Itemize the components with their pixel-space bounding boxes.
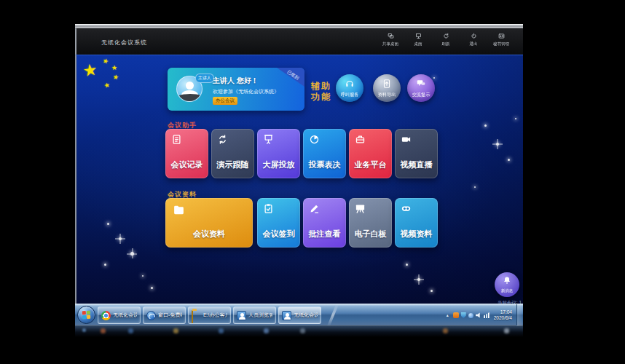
refresh-button[interactable]: 刷新	[434, 33, 457, 47]
taskbar-button-explorer[interactable]: E:\办公客户端...	[188, 306, 231, 324]
tile-label: 电子白板	[349, 229, 392, 240]
chat-tips-button[interactable]: 交流提示	[407, 74, 435, 102]
secretary-manage-button[interactable]: 秘书管理	[490, 33, 513, 47]
taskbar-gloss	[327, 304, 339, 326]
tile-annotation-view[interactable]: 批注查看	[303, 198, 346, 248]
sparkle	[130, 252, 134, 256]
tile-meeting-record[interactable]: 会议记录	[165, 129, 208, 178]
system-tray: ▲ 17:04 2020/6/4	[444, 304, 523, 326]
greeting-title: 主讲人 您好！	[213, 76, 259, 86]
meeting-tag: 办公会议	[213, 97, 237, 105]
tile-video-files[interactable]: 视频资料	[395, 198, 438, 248]
windows-logo-icon	[82, 311, 91, 320]
new-message-label: 新消息	[496, 288, 519, 293]
tile-whiteboard[interactable]: 电子白板	[349, 198, 392, 248]
bell-icon	[503, 276, 511, 285]
blue-app-icon	[146, 311, 156, 320]
app-title: 无纸化会议系统	[101, 39, 147, 47]
tile-screen-cast[interactable]: 大屏投放	[257, 129, 300, 178]
sparkle	[107, 223, 109, 225]
app-titlebar: 无纸化会议系统 共享桌面 桌面 刷新 退出	[75, 28, 523, 55]
sparkle	[406, 264, 408, 266]
flag-star-small: ★	[112, 73, 119, 81]
greeting-subtitle: 欢迎参加《无纸化会议系统》	[213, 88, 279, 95]
sparkle	[484, 124, 487, 127]
share-desktop-button[interactable]: 共享桌面	[379, 33, 402, 47]
refresh-label: 刷新	[441, 41, 449, 47]
tile-label: 批注查看	[303, 229, 346, 240]
call-service-button[interactable]: 呼叫服务	[336, 74, 363, 102]
sparkle	[433, 77, 435, 79]
hidden-icons-button[interactable]: ▲	[444, 311, 451, 320]
tile-sign-in[interactable]: 会议签到	[257, 198, 300, 248]
desktop-icon	[415, 33, 422, 39]
taskbar-button-meeting[interactable]: 无纸化会议	[278, 306, 321, 324]
tile-video-live[interactable]: 视频直播	[395, 129, 438, 178]
sparkle	[496, 143, 499, 146]
briefcase-icon	[355, 134, 366, 145]
tile-meeting-files[interactable]: 会议资料	[165, 198, 253, 248]
id-card-icon	[498, 33, 505, 39]
tile-label: 演示跟随	[211, 159, 254, 170]
desktop-button[interactable]: 桌面	[406, 33, 430, 47]
data-export-button[interactable]: 资料导出	[373, 74, 401, 102]
vr-goggles-icon	[401, 203, 412, 214]
chrome-icon	[101, 311, 111, 320]
start-button[interactable]	[77, 306, 95, 324]
clipboard-check-icon	[263, 203, 274, 214]
pencil-icon	[309, 203, 320, 214]
chat-tips-label: 交流提示	[408, 92, 434, 98]
avatar-suit	[176, 94, 203, 102]
main-content: ★ ★ ★ ★ ★ 已签到	[75, 55, 523, 304]
person-icon	[282, 311, 291, 320]
stage: 无纸化会议系统 共享桌面 桌面 刷新 退出	[0, 0, 625, 364]
taskbar-button-personnel[interactable]: 人员浏览管理	[233, 306, 276, 324]
clock[interactable]: 17:04 2020/6/4	[494, 309, 512, 321]
tile-business-platform[interactable]: 业务平台	[349, 129, 392, 178]
aux-functions-label: 辅助功能	[311, 81, 331, 103]
taskbar-button-label: E:\办公客户端...	[203, 312, 227, 319]
titlebar-actions: 共享桌面 桌面 刷新 退出 秘书管理	[379, 33, 513, 47]
sparkle	[508, 159, 510, 161]
sparkle	[417, 278, 420, 281]
chat-bubbles-icon	[416, 79, 426, 89]
exit-label: 退出	[469, 41, 477, 47]
data-export-label: 资料导出	[374, 92, 400, 98]
tile-vote[interactable]: 投票表决	[303, 129, 346, 178]
security-shield-icon[interactable]	[461, 312, 466, 318]
tile-label: 业务平台	[349, 159, 392, 170]
share-desktop-label: 共享桌面	[382, 41, 398, 47]
taskbar-button-label: 无纸化会议系...	[113, 312, 137, 319]
taskbar-reflection	[75, 325, 523, 337]
pie-chart-icon	[309, 134, 320, 145]
projection-screen-icon	[263, 134, 274, 145]
taskbar-buttons: 无纸化会议系... 窗口-免费听写... E:\办公客户端... 人员浏览管理 …	[98, 306, 321, 324]
whiteboard-icon	[355, 203, 366, 214]
call-service-label: 呼叫服务	[337, 92, 363, 98]
tile-label: 视频直播	[395, 159, 438, 170]
folder-icon	[192, 310, 193, 324]
taskbar-button-browser[interactable]: 无纸化会议系...	[98, 306, 141, 324]
headset-icon	[345, 79, 355, 89]
flag-star-small: ★	[102, 57, 110, 66]
network-icon[interactable]	[484, 312, 490, 318]
sparkle	[119, 237, 122, 240]
sparkle	[142, 275, 144, 277]
flag-star-small: ★	[111, 64, 117, 71]
tile-label: 投票表决	[303, 159, 346, 170]
taskbar-button-window[interactable]: 窗口-免费听写...	[143, 306, 186, 324]
show-desktop-button[interactable]	[516, 304, 522, 326]
tile-label: 视频资料	[395, 229, 438, 240]
refresh-icon	[443, 33, 449, 39]
sparkle	[515, 118, 516, 119]
power-icon	[471, 33, 477, 39]
flag-star-small: ★	[103, 81, 111, 90]
tile-label: 会议记录	[165, 159, 208, 170]
taskbar-button-label: 人员浏览管理	[248, 312, 272, 319]
tray-update-icon[interactable]	[468, 313, 473, 318]
tile-presentation-follow[interactable]: 演示跟随	[211, 129, 254, 178]
new-message-button[interactable]: 新消息	[495, 272, 519, 297]
exit-button[interactable]: 退出	[462, 33, 485, 47]
volume-icon[interactable]	[476, 312, 481, 318]
tray-app-icon[interactable]	[453, 312, 459, 318]
